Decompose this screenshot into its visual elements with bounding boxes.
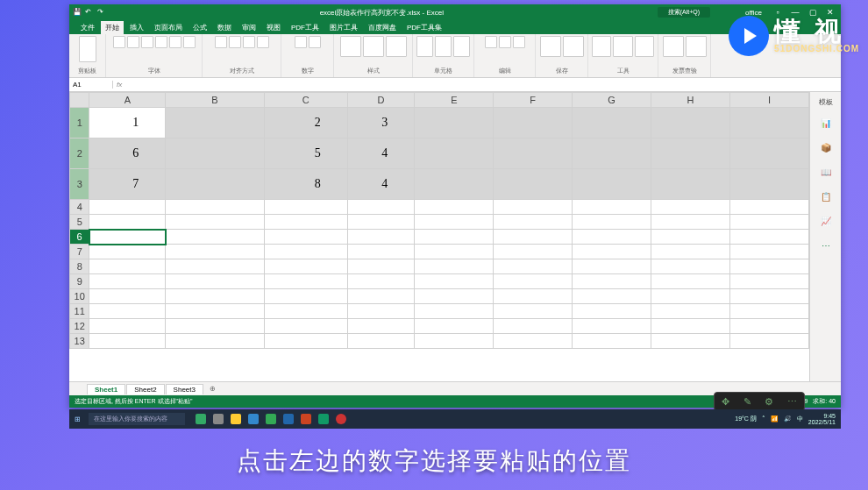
cell-G3[interactable]	[573, 169, 651, 200]
col-header-B[interactable]: B	[166, 93, 264, 108]
cell-H12[interactable]	[651, 319, 730, 334]
redo-icon[interactable]: ↷	[97, 8, 106, 17]
cell-B11[interactable]	[166, 304, 264, 319]
cell-F9[interactable]	[494, 274, 573, 289]
fill[interactable]	[499, 36, 511, 48]
paste-button[interactable]	[79, 36, 96, 62]
fill-color-button[interactable]	[169, 36, 181, 48]
cell-H4[interactable]	[651, 200, 730, 215]
cell-I12[interactable]	[729, 319, 808, 334]
cell-E1[interactable]	[415, 108, 494, 138]
cell-B3[interactable]	[166, 169, 264, 200]
rec-move-icon[interactable]: ✥	[722, 396, 729, 408]
menu-pic[interactable]: 图片工具	[325, 21, 362, 34]
tb-cortana-icon[interactable]	[196, 414, 206, 424]
sp-edu[interactable]: 📖	[817, 163, 835, 181]
cell-E7[interactable]	[415, 245, 494, 259]
col-header-I[interactable]: I	[729, 93, 808, 108]
cell-G12[interactable]	[573, 319, 651, 334]
cell-I8[interactable]	[729, 259, 808, 274]
start-button[interactable]: ⊞	[69, 411, 85, 427]
cell-A7[interactable]	[89, 245, 166, 259]
col-header-D[interactable]: D	[347, 93, 415, 108]
cell-D2[interactable]: 4	[347, 138, 415, 169]
menu-formula[interactable]: 公式	[189, 21, 211, 34]
cell-H8[interactable]	[651, 259, 730, 274]
cell-H6[interactable]	[651, 230, 730, 245]
cell-A1[interactable]: 1	[89, 108, 166, 138]
cell-B2[interactable]	[166, 138, 264, 169]
autosum[interactable]	[485, 36, 497, 48]
cell-G9[interactable]	[573, 274, 651, 289]
cell-I4[interactable]	[729, 200, 808, 215]
send[interactable]	[613, 36, 632, 57]
cell-E2[interactable]	[415, 138, 494, 169]
format-cell[interactable]	[453, 36, 470, 57]
cell-D9[interactable]	[347, 274, 415, 289]
rec-settings-icon[interactable]: ⚙	[765, 396, 773, 408]
row-header-5[interactable]: 5	[70, 215, 89, 230]
cell-H11[interactable]	[651, 304, 730, 319]
row-header-6[interactable]: 6	[70, 230, 89, 245]
menu-file[interactable]: 文件	[76, 21, 99, 34]
tb-edge-icon[interactable]	[248, 414, 259, 424]
cell-D5[interactable]	[347, 215, 415, 230]
cell-G2[interactable]	[573, 138, 651, 169]
tb-ime-icon[interactable]: 中	[797, 415, 803, 423]
cell-I6[interactable]	[729, 230, 808, 245]
cell-I5[interactable]	[729, 215, 808, 230]
cell-D3[interactable]: 4	[347, 169, 415, 200]
cell-C4[interactable]	[264, 200, 347, 215]
taskbar-search[interactable]: 在这里输入你要搜索的内容	[89, 413, 185, 425]
cell-C8[interactable]	[264, 259, 347, 274]
row-header-8[interactable]: 8	[70, 259, 89, 274]
invoice[interactable]	[686, 36, 707, 57]
row-header-2[interactable]: 2	[70, 138, 89, 169]
cell-I10[interactable]	[729, 289, 808, 304]
row-header-9[interactable]: 9	[70, 274, 89, 289]
cell-G11[interactable]	[573, 304, 651, 319]
title-search[interactable]: 搜索(Alt+Q)	[658, 7, 710, 18]
tab-sheet3[interactable]: Sheet3	[166, 384, 203, 394]
undo-icon[interactable]: ↶	[85, 8, 94, 17]
cell-C7[interactable]	[264, 245, 347, 259]
tab-sheet2[interactable]: Sheet2	[126, 384, 164, 394]
tb-weather[interactable]: 19°C 阴	[735, 415, 757, 423]
cell-H3[interactable]	[651, 169, 730, 200]
col-header-C[interactable]: C	[264, 93, 347, 108]
cond-format[interactable]	[340, 36, 361, 57]
sp-admin[interactable]: 📋	[817, 188, 835, 205]
cell-H10[interactable]	[651, 289, 730, 304]
cell-E13[interactable]	[415, 334, 494, 349]
name-box[interactable]: A1	[69, 81, 113, 89]
cell-A12[interactable]	[89, 319, 166, 334]
cell-E6[interactable]	[415, 230, 494, 245]
percent[interactable]	[309, 36, 321, 48]
cell-I1[interactable]	[729, 108, 808, 138]
cell-C6[interactable]	[264, 230, 347, 245]
cell-C12[interactable]	[264, 319, 347, 334]
tb-date[interactable]: 2022/5/11	[808, 419, 836, 425]
save-icon[interactable]: 💾	[73, 8, 82, 17]
cell-B7[interactable]	[166, 245, 264, 259]
tb-explorer-icon[interactable]	[231, 414, 241, 424]
cell-G5[interactable]	[573, 215, 651, 230]
cell-D12[interactable]	[347, 319, 415, 334]
cell-D1[interactable]: 3	[347, 108, 415, 138]
cell-G1[interactable]	[573, 108, 651, 138]
cell-A10[interactable]	[89, 289, 166, 304]
sp-stock[interactable]: 📦	[817, 138, 835, 156]
cell-G7[interactable]	[573, 245, 651, 259]
tb-network-icon[interactable]: 📶	[771, 415, 779, 423]
cell-E11[interactable]	[415, 304, 494, 319]
sp-finance[interactable]: 📊	[817, 114, 835, 131]
cell-D8[interactable]	[347, 259, 415, 274]
tb-word-icon[interactable]	[283, 414, 294, 424]
cell-B12[interactable]	[166, 319, 264, 334]
cell-A9[interactable]	[89, 274, 166, 289]
cell-C10[interactable]	[264, 289, 347, 304]
menu-home[interactable]: 开始	[101, 21, 124, 34]
rec-draw-icon[interactable]: ✎	[743, 396, 751, 408]
row-header-11[interactable]: 11	[70, 304, 89, 319]
row-header-7[interactable]: 7	[70, 245, 89, 259]
